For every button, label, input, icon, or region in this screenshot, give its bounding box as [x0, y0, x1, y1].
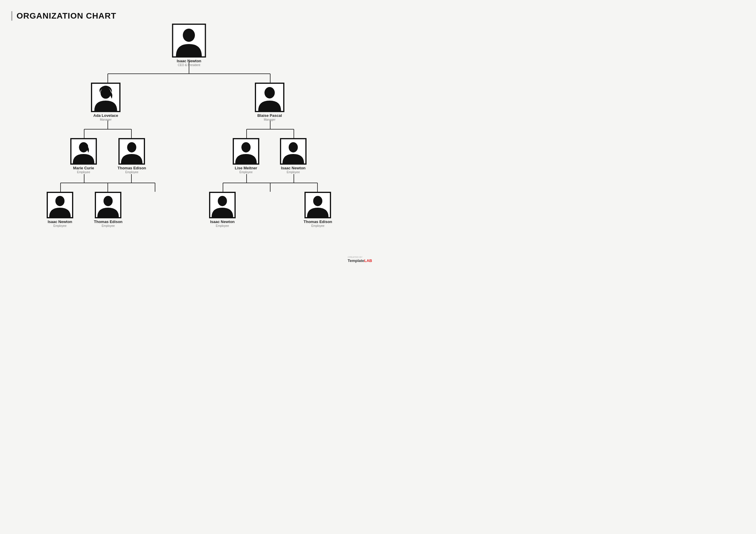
manager1-node: Ada Lovelace Manager [91, 83, 121, 121]
svg-point-35 [218, 196, 227, 206]
emp2-name: Thomas Edison [118, 166, 146, 170]
emp1-photo [70, 138, 97, 165]
svg-point-32 [289, 142, 298, 153]
emp4-node: Isaac Newton Employee [280, 138, 307, 174]
ceo-node: Isaac Newton CEO & President [172, 24, 206, 67]
emp8-silhouette [306, 193, 330, 217]
svg-point-27 [101, 87, 111, 99]
ceo-silhouette [173, 25, 205, 56]
emp8-name: Thomas Edison [304, 219, 332, 224]
manager1-photo [91, 83, 121, 112]
ceo-card: Isaac Newton CEO & President [172, 24, 206, 67]
emp8-node: Thomas Edison Employee [304, 192, 332, 227]
emp4-photo [280, 138, 307, 165]
ceo-photo [172, 24, 206, 58]
emp1-silhouette [71, 139, 96, 164]
emp3-photo [233, 138, 259, 165]
emp3-name: Lise Meitner [235, 166, 257, 170]
emp6-silhouette [96, 193, 120, 217]
emp2-photo [119, 138, 145, 165]
manager1-title: Manager [100, 118, 111, 121]
watermark-created-label: CREATED BY [348, 256, 372, 258]
svg-point-26 [183, 29, 195, 42]
emp6-node: Thomas Edison Employee [94, 192, 122, 227]
page-title: ORGANIZATION CHART [11, 11, 116, 21]
emp5-name: Isaac Newton [47, 219, 72, 224]
svg-point-36 [313, 196, 322, 206]
watermark-lab-label: LAB [364, 258, 372, 263]
emp8-title: Employee [311, 224, 324, 227]
emp7-title: Employee [216, 224, 229, 227]
emp4-title: Employee [287, 170, 300, 174]
watermark-template-label: Template [348, 258, 364, 263]
emp5-photo [47, 192, 73, 218]
watermark: CREATED BY TemplateLAB [348, 256, 372, 263]
emp1-title: Employee [77, 170, 90, 174]
emp4-name: Isaac Newton [281, 166, 305, 170]
manager1-silhouette [92, 84, 119, 111]
svg-point-33 [56, 196, 65, 206]
ceo-name: Isaac Newton [176, 59, 201, 64]
manager1-name: Ada Lovelace [93, 113, 118, 118]
emp7-node: Isaac Newton Employee [209, 192, 236, 227]
svg-point-28 [265, 87, 275, 98]
manager2-title: Manager [264, 118, 275, 121]
emp5-title: Employee [53, 224, 67, 227]
emp2-node: Thomas Edison Employee [118, 138, 146, 174]
emp2-silhouette [120, 139, 144, 164]
manager2-photo [255, 83, 284, 112]
emp1-name: Marie Curie [73, 166, 94, 170]
emp3-silhouette [234, 139, 258, 164]
emp4-silhouette [281, 139, 305, 164]
emp3-title: Employee [239, 170, 253, 174]
emp8-photo [305, 192, 331, 218]
emp7-name: Isaac Newton [210, 219, 234, 224]
emp1-node: Marie Curie Employee [70, 138, 97, 174]
manager2-node: Blaise Pascal Manager [255, 83, 284, 121]
manager2-name: Blaise Pascal [257, 113, 282, 118]
emp2-title: Employee [125, 170, 138, 174]
manager2-silhouette [256, 84, 283, 111]
emp6-photo [95, 192, 122, 218]
svg-point-30 [127, 142, 136, 153]
emp7-photo [209, 192, 236, 218]
emp3-node: Lise Meitner Employee [233, 138, 259, 174]
emp5-node: Isaac Newton Employee [47, 192, 73, 227]
emp7-silhouette [210, 193, 234, 217]
svg-point-34 [104, 196, 113, 206]
ceo-title: CEO & President [178, 64, 200, 67]
emp6-title: Employee [102, 224, 115, 227]
emp6-name: Thomas Edison [94, 219, 122, 224]
emp5-silhouette [48, 193, 72, 217]
